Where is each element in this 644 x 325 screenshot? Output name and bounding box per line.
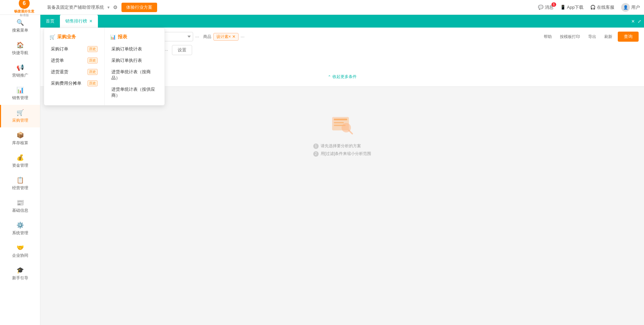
history-badge-purchase-order: 历史 <box>87 46 98 52</box>
app-icon: 📱 <box>560 5 566 10</box>
marketing-icon: 📢 <box>16 64 24 71</box>
goods-more[interactable]: ··· <box>241 34 245 39</box>
finance-icon: 💰 <box>16 154 24 161</box>
dropdown-item-purchase-expense[interactable]: 采购费用分摊单 历史 <box>44 78 104 89</box>
purchase-dropdown-menu: 🛒 采购业务 采购订单 历史 进货单 历史 进货退货 历史 采购费用分摊单 历史… <box>44 28 165 106</box>
sidebar-item-system[interactable]: ⚙️ 系统管理 <box>0 217 40 240</box>
reports-header-icon: 📊 <box>110 34 116 40</box>
settings-button[interactable]: 设置 <box>172 45 192 55</box>
system-title-dropdown-arrow[interactable]: ▼ <box>107 5 110 9</box>
top-header: 6 畅捷通好生意 标准版 装备及固定资产辅助管理系统 ▼ ⚙ 体验行业方案 💬 … <box>0 0 644 15</box>
sidebar-label-purchase: 采购管理 <box>12 118 28 123</box>
svg-rect-4 <box>334 122 344 123</box>
online-service-label: 在线客服 <box>597 4 614 10</box>
dropdown-item-goods-receipt-stats-supplier-label: 进货单统计表（按供应商） <box>111 86 158 98</box>
system-title-area: 装备及固定资产辅助管理系统 ▼ ⚙ <box>47 4 117 10</box>
svg-rect-3 <box>334 119 347 120</box>
sidebar-item-enterprise[interactable]: 🤝 企业协同 <box>0 240 40 262</box>
empty-hint-1: 请先选择要分析的方案 <box>321 143 361 149</box>
dropdown-purchase-col: 🛒 采购业务 采购订单 历史 进货单 历史 进货退货 历史 采购费用分摊单 历史 <box>44 28 105 105</box>
tab-maximize-icon[interactable]: ⤢ <box>638 19 641 24</box>
sidebar-label-enterprise: 企业协同 <box>12 253 28 258</box>
dropdown-reports-title: 报表 <box>118 34 127 40</box>
dropdown-item-goods-receipt-label: 进货单 <box>51 57 64 64</box>
system-title-text: 装备及固定资产辅助管理系统 <box>47 4 104 10</box>
goods-tag-close[interactable]: ✕ <box>232 34 236 39</box>
system-icon: ⚙️ <box>16 221 24 229</box>
sidebar-label-inventory: 库存核算 <box>12 140 28 146</box>
sidebar-label-finance: 资金管理 <box>12 163 28 168</box>
dropdown-item-goods-return[interactable]: 进货退货 历史 <box>44 66 104 78</box>
guide-icon: 🎓 <box>16 267 24 274</box>
print-button[interactable]: 按模板打印 <box>557 33 583 41</box>
dropdown-item-goods-receipt-stats-supplier[interactable]: 进货单统计表（按供应商） <box>105 84 165 101</box>
sidebar-label-operations: 经营管理 <box>12 185 28 191</box>
dropdown-item-purchase-order-stats[interactable]: 采购订单统计表 <box>105 43 165 55</box>
sidebar-label-marketing: 营销推广 <box>12 73 28 78</box>
dropdown-item-purchase-order-label: 采购订单 <box>51 46 68 52</box>
collapse-arrow-icon: ⌃ <box>328 75 331 79</box>
empty-state-icon <box>325 107 359 140</box>
sidebar-label-nav: 快捷导航 <box>12 50 28 56</box>
dropdown-reports-col: 📊 报表 采购订单统计表 采购订单执行表 进货单统计表（按商品） 进货单统计表（… <box>105 28 165 105</box>
refresh-button[interactable]: 刷新 <box>602 33 615 41</box>
sidebar-item-operations[interactable]: 📋 经营管理 <box>0 172 40 195</box>
voucher-status-more[interactable]: ··· <box>195 34 199 39</box>
tab-sales-rank[interactable]: 销售排行榜 ✕ <box>60 15 98 28</box>
tab-close-icon[interactable]: ✕ <box>631 19 635 24</box>
logo-sub-text: 标准版 <box>20 13 29 17</box>
svg-text:6: 6 <box>23 0 26 6</box>
tab-sales-rank-close[interactable]: ✕ <box>89 19 93 24</box>
online-service-button[interactable]: 🎧 在线客服 <box>590 4 614 10</box>
help-button[interactable]: 帮助 <box>541 33 554 41</box>
dropdown-purchase-header: 🛒 采购业务 <box>44 32 104 43</box>
dropdown-reports-header: 📊 报表 <box>105 32 165 43</box>
tab-sales-rank-label: 销售排行榜 <box>65 18 87 24</box>
toolbar-right: 帮助 按模板打印 导出 刷新 查询 <box>541 32 639 42</box>
sidebar-item-purchase[interactable]: 🛒 采购管理 <box>0 105 40 127</box>
export-button[interactable]: 导出 <box>585 33 599 41</box>
sidebar-item-guide[interactable]: 🎓 新手引导 <box>0 262 40 285</box>
dropdown-item-goods-receipt[interactable]: 进货单 历史 <box>44 55 104 66</box>
tab-bar-right: ✕ ⤢ <box>631 19 644 24</box>
sidebar: 🔍 搜索菜单 🏠 快捷导航 📢 营销推广 📊 销售管理 🛒 采购管理 📦 库存核… <box>0 15 40 325</box>
basic-icon: 📰 <box>16 199 24 206</box>
goods-label: 商品 <box>203 34 211 40</box>
user-button[interactable]: 👤 用户 <box>621 3 640 12</box>
dropdown-item-purchase-order-stats-label: 采购订单统计表 <box>111 46 142 52</box>
app-download-button[interactable]: 📱 App下载 <box>560 4 583 10</box>
collapse-label: 收起更多条件 <box>332 74 357 80</box>
dropdown-item-purchase-order-exec-label: 采购订单执行表 <box>111 57 142 64</box>
sidebar-item-basic[interactable]: 📰 基础信息 <box>0 195 40 217</box>
search-icon: 🔍 <box>16 19 24 26</box>
app-download-label: App下载 <box>567 4 583 10</box>
industry-solution-button[interactable]: 体验行业方案 <box>121 3 157 12</box>
settings-icon[interactable]: ⚙ <box>113 4 117 10</box>
sidebar-label-sales: 销售管理 <box>12 95 28 101</box>
dropdown-item-purchase-order-exec[interactable]: 采购订单执行表 <box>105 55 165 66</box>
tab-bar: 首页 销售排行榜 ✕ ✕ ⤢ <box>40 15 644 28</box>
message-button[interactable]: 💬 消息 6 <box>538 4 553 10</box>
inventory-icon: 📦 <box>16 131 24 139</box>
dropdown-item-purchase-expense-label: 采购费用分摊单 <box>51 80 81 86</box>
dropdown-item-purchase-order[interactable]: 采购订单 历史 <box>44 43 104 55</box>
user-name-label: 用户 <box>631 4 640 10</box>
query-button[interactable]: 查询 <box>618 32 639 42</box>
headset-icon: 🎧 <box>590 5 596 10</box>
tab-home-label: 首页 <box>46 18 55 24</box>
sidebar-item-nav[interactable]: 🏠 快捷导航 <box>0 37 40 60</box>
empty-hint-2: 用[过滤]条件来缩小分析范围 <box>321 151 371 157</box>
sidebar-label-basic: 基础信息 <box>12 208 28 213</box>
sales-icon: 📊 <box>16 86 24 94</box>
sidebar-item-finance[interactable]: 💰 资金管理 <box>0 150 40 172</box>
sidebar-item-inventory[interactable]: 📦 库存核算 <box>0 127 40 150</box>
goods-tag: 设计素× ✕ <box>213 33 239 41</box>
sidebar-item-marketing[interactable]: 📢 营销推广 <box>0 60 40 82</box>
purchase-icon: 🛒 <box>16 109 24 116</box>
dropdown-item-goods-return-label: 进货退货 <box>51 69 68 75</box>
sidebar-item-sales[interactable]: 📊 销售管理 <box>0 82 40 105</box>
dropdown-item-goods-receipt-stats-goods[interactable]: 进货单统计表（按商品） <box>105 66 165 84</box>
history-badge-goods-receipt: 历史 <box>87 57 98 64</box>
svg-line-7 <box>349 130 352 134</box>
sidebar-item-search[interactable]: 🔍 搜索菜单 <box>0 15 40 37</box>
